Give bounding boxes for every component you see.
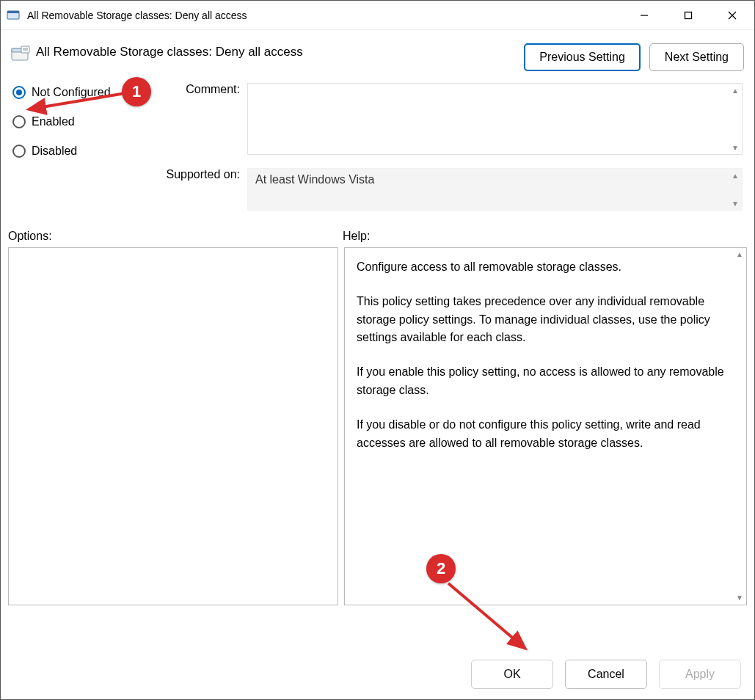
comment-textarea[interactable]: ▲ ▼ [247, 83, 743, 155]
comment-label: Comment: [159, 83, 247, 96]
annotation-badge-2: 2 [426, 554, 456, 583]
supported-value: At least Windows Vista [255, 173, 374, 186]
cancel-button[interactable]: Cancel [565, 660, 647, 689]
chevron-down-icon[interactable]: ▼ [733, 591, 746, 605]
radio-icon [12, 86, 26, 99]
dialog-footer: OK Cancel Apply [471, 660, 741, 689]
radio-disabled[interactable]: Disabled [12, 145, 145, 158]
radio-icon [12, 145, 26, 158]
options-label: Options: [8, 230, 343, 243]
titlebar: All Removable Storage classes: Deny all … [1, 1, 754, 30]
chevron-up-icon: ▲ [729, 169, 742, 182]
radio-icon [12, 115, 26, 128]
options-panel [8, 247, 338, 605]
radio-label: Disabled [32, 145, 77, 158]
chevron-down-icon[interactable]: ▼ [729, 141, 742, 154]
apply-button[interactable]: Apply [659, 660, 741, 689]
help-text: If you disable or do not configure this … [357, 416, 734, 453]
help-panel: Configure access to all removable storag… [344, 247, 747, 605]
help-text: Configure access to all removable storag… [357, 258, 734, 277]
ok-button[interactable]: OK [471, 660, 553, 689]
svg-rect-3 [685, 12, 692, 18]
minimize-button[interactable] [622, 1, 666, 29]
next-setting-button[interactable]: Next Setting [649, 43, 744, 71]
chevron-down-icon: ▼ [729, 197, 742, 210]
help-text: If you enable this policy setting, no ac… [357, 363, 734, 400]
radio-enabled[interactable]: Enabled [12, 115, 145, 128]
annotation-badge-1: 1 [122, 77, 151, 106]
help-label: Help: [343, 230, 743, 243]
policy-header: All Removable Storage classes: Deny all … [1, 30, 754, 79]
policy-title: All Removable Storage classes: Deny all … [36, 43, 524, 59]
chevron-up-icon[interactable]: ▲ [733, 248, 746, 261]
window-title: All Removable Storage classes: Deny all … [27, 10, 622, 21]
app-icon [7, 9, 20, 22]
radio-label: Not Configured [32, 86, 111, 99]
state-radio-group: Not Configured Enabled Disabled [12, 83, 145, 211]
maximize-button[interactable] [666, 1, 710, 29]
supported-label: Supported on: [159, 168, 247, 181]
close-button[interactable] [710, 1, 754, 29]
policy-icon [11, 45, 30, 62]
supported-on-text: At least Windows Vista ▲ ▼ [247, 168, 743, 211]
previous-setting-button[interactable]: Previous Setting [524, 43, 641, 71]
gp-policy-dialog: All Removable Storage classes: Deny all … [0, 0, 755, 700]
window-buttons [622, 1, 754, 29]
svg-rect-1 [7, 11, 19, 13]
help-text: This policy setting takes precedence ove… [357, 293, 734, 347]
radio-label: Enabled [32, 115, 75, 128]
chevron-up-icon[interactable]: ▲ [729, 84, 742, 97]
